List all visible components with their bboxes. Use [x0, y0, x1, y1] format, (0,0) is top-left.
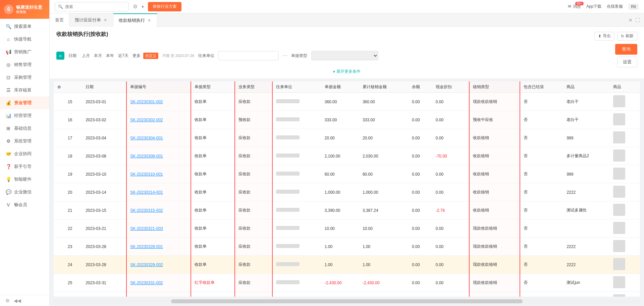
refresh-icon: ↻ [621, 34, 624, 39]
voucher-link[interactable]: SK-20230331-002 [130, 281, 163, 285]
topbar-search-box[interactable]: 🔍 [55, 2, 129, 11]
refresh-button[interactable]: ↻ 刷新 [617, 32, 637, 41]
collapse-icon[interactable]: ◀◀ [14, 298, 21, 303]
row-voucher-no[interactable]: SK-20230321-003 [126, 220, 191, 238]
tab-close-receipt[interactable]: ✕ [147, 17, 152, 23]
voucher-link[interactable]: SK-20230328-002 [130, 262, 163, 267]
row-voucher-no[interactable]: SK-20230403-002 [126, 292, 191, 297]
expand-conditions-btn[interactable]: ▾ 展开更多条件 [56, 67, 637, 76]
voucher-link[interactable]: SK-20230301-002 [130, 100, 163, 104]
row-selector[interactable] [54, 292, 64, 297]
date-7days-btn[interactable]: 近7天 [117, 52, 130, 59]
col-settings-icon[interactable]: ⚙ [57, 85, 61, 89]
app-download-link[interactable]: App下载 [586, 4, 601, 9]
export-button[interactable]: ⬆ 导出 [594, 32, 614, 41]
horizontal-scrollbar[interactable] [54, 299, 640, 303]
row-voucher-no[interactable]: SK-20230310-001 [126, 165, 191, 183]
row-voucher-no[interactable]: SK-20230304-001 [126, 129, 191, 147]
sidebar-item-sales[interactable]: ◎销售管理 [0, 58, 49, 71]
sidebar-item-base[interactable]: ⊞基础信息 [0, 122, 49, 135]
tab-receipt[interactable]: 收款核销执行✕ [113, 13, 157, 27]
sidebar-item-hardware[interactable]: 💡智能硬件 [0, 173, 49, 186]
row-voucher-no[interactable]: SK-20230308-001 [126, 147, 191, 165]
row-voucher-no[interactable]: SK-20230328-002 [126, 256, 191, 274]
sidebar-item-marketing[interactable]: 📢营销推广 [0, 46, 49, 58]
sidebar-item-quick[interactable]: ⌂快捷导航 [0, 33, 49, 46]
row-selector[interactable] [54, 129, 64, 147]
row-partner [272, 274, 321, 292]
table-row: 19 2023-03-10 SK-20230310-001 收款单 应收款 60… [54, 165, 640, 183]
solution-button[interactable]: 体验行业方案 [148, 2, 181, 11]
sidebar-item-coop[interactable]: 🤝企业协同 [0, 147, 49, 160]
sidebar-item-member[interactable]: V畅会员 [0, 198, 49, 211]
row-balance: 0.00 [409, 256, 432, 274]
sidebar-item-finance[interactable]: 💰资金管理 [0, 97, 49, 109]
row-selector[interactable] [54, 93, 64, 111]
voucher-link[interactable]: SK-20230304-001 [130, 136, 163, 140]
settings-button[interactable]: 设置 [617, 57, 637, 67]
row-cash-discount: -2.76 [432, 201, 469, 220]
row-cumulative: 3,387.24 [359, 201, 409, 220]
query-button[interactable]: 查询 [615, 44, 637, 55]
topbar-gear-icon[interactable]: ⚙ [133, 3, 138, 10]
voucher-link[interactable]: SK-20230315-002 [130, 208, 163, 213]
row-selector[interactable] [54, 220, 64, 238]
row-selector[interactable] [54, 201, 64, 220]
row-voucher-no[interactable]: SK-20230328-001 [126, 238, 191, 256]
dots-icon[interactable]: ··· [283, 53, 287, 59]
tab-close-all-icon[interactable]: ✕ [629, 17, 633, 23]
online-service-link[interactable]: 在线客服 [607, 4, 623, 9]
sidebar-item-inventory[interactable]: ☰库存核算 [0, 84, 49, 97]
row-selector[interactable] [54, 111, 64, 129]
sidebar-item-purchase[interactable]: ⊡采购管理 [0, 71, 49, 84]
date-this-month-btn[interactable]: 本月 [93, 52, 103, 59]
partner-input[interactable] [218, 51, 279, 60]
sidebar-item-wechat[interactable]: 💬企业微信 [0, 186, 49, 198]
message-icon: ✉ [568, 4, 571, 9]
col-settings-header[interactable]: ⚙ [54, 81, 64, 93]
tab-expand-icon[interactable]: ⛶ [635, 17, 640, 23]
sidebar-icon-coop: 🤝 [5, 151, 11, 157]
sidebar-item-search[interactable]: 🔍搜索菜单 [0, 20, 49, 33]
voucher-link[interactable]: SK-20230321-003 [130, 226, 163, 231]
row-selector[interactable] [54, 183, 64, 201]
row-voucher-no[interactable]: SK-20230314-001 [126, 183, 191, 201]
tab-prepay[interactable]: 预计应应付单✕ [69, 13, 113, 27]
row-cancel-type: 预收款核销 [469, 292, 520, 297]
topbar-dropdown-icon[interactable]: ▾ [142, 4, 144, 9]
tab-close-prepay[interactable]: ✕ [103, 17, 108, 23]
table-row: 17 2023-03-04 SK-20230304-001 收款单 应收款 20… [54, 129, 640, 147]
row-selector[interactable] [54, 238, 64, 256]
voucher-link[interactable]: SK-20230302-002 [130, 118, 163, 122]
row-selector[interactable] [54, 256, 64, 274]
user-name[interactable]: Rit [628, 4, 639, 10]
voucher-link[interactable]: SK-20230310-001 [130, 172, 163, 177]
row-selector[interactable] [54, 147, 64, 165]
sidebar-item-guide[interactable]: ❓新手引导 [0, 160, 49, 173]
row-goods2 [610, 129, 640, 147]
sidebar-item-system[interactable]: ⚙系统管理 [0, 135, 49, 147]
message-icon-wrapper[interactable]: ✉ 99+ 消息 [568, 4, 581, 9]
date-custom-btn[interactable]: 自定义 [143, 53, 158, 59]
tab-home[interactable]: 首页 [50, 13, 69, 27]
row-voucher-no[interactable]: SK-20230331-002 [126, 274, 191, 292]
voucher-link[interactable]: SK-20230308-001 [130, 154, 163, 159]
voucher-link[interactable]: SK-20230314-001 [130, 190, 163, 195]
row-selector[interactable] [54, 165, 64, 183]
sidebar-item-operation[interactable]: 📊经营管理 [0, 109, 49, 122]
filter-toggle-button[interactable]: » [56, 52, 64, 60]
date-more-btn[interactable]: 更多 [131, 52, 142, 59]
row-selector[interactable] [54, 274, 64, 292]
row-balance: 0.00 [409, 183, 432, 201]
scrollbar-thumb[interactable] [171, 299, 523, 303]
date-last-month-btn[interactable]: 上月 [80, 52, 91, 59]
row-voucher-no[interactable]: SK-20230315-002 [126, 201, 191, 220]
voucher-link[interactable]: SK-20230328-001 [130, 244, 163, 249]
row-voucher-no[interactable]: SK-20230302-002 [126, 111, 191, 129]
row-biz-type: 应收款 [235, 256, 272, 274]
date-this-year-btn[interactable]: 本年 [105, 52, 115, 59]
settings-footer-icon[interactable]: ⚙ [5, 298, 10, 303]
voucher-type-select[interactable] [311, 51, 378, 60]
row-voucher-no[interactable]: SK-20230301-002 [126, 93, 191, 111]
search-input[interactable] [65, 4, 112, 9]
